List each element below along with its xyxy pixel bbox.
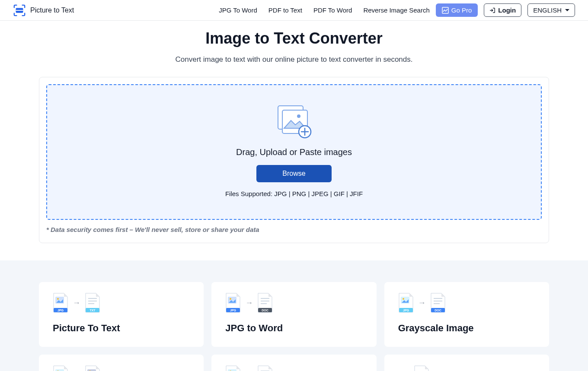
tool-title: Grayscale Image — [398, 323, 535, 334]
language-label: ENGLISH — [533, 6, 562, 14]
tool-title: Picture To Text — [53, 323, 190, 334]
nav-right: JPG To Word PDF to Text PDF To Word Reve… — [219, 3, 575, 17]
nav-pdf-to-word[interactable]: PDF To Word — [313, 6, 352, 14]
login-icon — [489, 7, 495, 13]
arrow-right-icon: → — [73, 298, 80, 308]
login-button[interactable]: Login — [484, 3, 521, 17]
tool-icons: → — [53, 365, 190, 371]
security-note: * Data security comes first – We'll neve… — [46, 220, 542, 236]
language-selector[interactable]: ENGLISH — [527, 3, 575, 17]
nav-pdf-to-text[interactable]: PDF to Text — [268, 6, 302, 14]
tool-icons: → — [225, 365, 362, 371]
svg-text:JPG: JPG — [230, 309, 236, 312]
svg-point-17 — [230, 298, 231, 300]
tool-icons: JPG → TXT — [53, 292, 190, 313]
tool-card[interactable]: JPG → DOC JPG to Word — [211, 282, 376, 347]
go-pro-label: Go Pro — [451, 6, 472, 14]
svg-rect-40 — [228, 369, 236, 371]
nav-jpg-to-word[interactable]: JPG To Word — [219, 6, 257, 14]
login-label: Login — [498, 6, 516, 14]
page-subtitle: Convert image to text with our online pi… — [0, 55, 588, 64]
tool-title: JPG to Word — [225, 323, 362, 334]
svg-point-5 — [297, 114, 300, 118]
svg-rect-1 — [16, 10, 23, 11]
svg-rect-34 — [55, 369, 64, 371]
chevron-down-icon — [565, 9, 569, 11]
svg-text:DOC: DOC — [435, 309, 441, 312]
dropzone-prompt: Drag, Upload or Paste images — [236, 147, 352, 157]
tool-card[interactable]: → — [39, 355, 204, 371]
upload-image-icon — [275, 104, 313, 140]
scan-icon — [13, 4, 26, 17]
tool-card[interactable]: JPG → TXT Picture To Text — [39, 282, 204, 347]
tool-card[interactable]: → — [211, 355, 376, 371]
tool-icons — [398, 365, 535, 371]
chart-icon — [442, 7, 449, 14]
svg-point-8 — [57, 298, 59, 300]
svg-text:DOC: DOC — [262, 309, 269, 312]
nav-links: JPG To Word PDF to Text PDF To Word Reve… — [219, 6, 430, 14]
main-content: Image to Text Converter Convert image to… — [0, 21, 588, 260]
nav-reverse-image-search[interactable]: Reverse Image Search — [363, 6, 429, 14]
go-pro-button[interactable]: Go Pro — [436, 3, 478, 17]
upload-card: Drag, Upload or Paste images Browse File… — [39, 77, 549, 243]
svg-text:JPG: JPG — [403, 309, 409, 312]
svg-point-26 — [403, 298, 404, 300]
page-title: Image to Text Converter — [0, 29, 588, 48]
navbar: Picture to Text JPG To Word PDF to Text … — [0, 0, 588, 21]
arrow-right-icon: → — [245, 298, 253, 308]
svg-text:TXT: TXT — [89, 309, 96, 312]
tools-grid: JPG → TXT Picture To Text JPG → DOC JPG … — [39, 282, 549, 371]
logo-text: Picture to Text — [30, 6, 74, 14]
svg-text:JPG: JPG — [58, 309, 64, 312]
tool-card[interactable]: JPG → DOC Grayscale Image — [384, 282, 549, 347]
supported-formats: Files Supported: JPG | PNG | JPEG | GIF … — [225, 190, 363, 197]
logo[interactable]: Picture to Text — [13, 4, 74, 17]
tools-section: JPG → TXT Picture To Text JPG → DOC JPG … — [0, 260, 588, 371]
tool-icons: JPG → DOC — [225, 292, 362, 313]
tool-card[interactable] — [384, 355, 549, 371]
browse-button[interactable]: Browse — [256, 165, 331, 182]
tool-icons: JPG → DOC — [398, 292, 535, 313]
dropzone[interactable]: Drag, Upload or Paste images Browse File… — [46, 84, 542, 220]
svg-rect-37 — [87, 369, 96, 371]
arrow-right-icon: → — [418, 298, 426, 308]
